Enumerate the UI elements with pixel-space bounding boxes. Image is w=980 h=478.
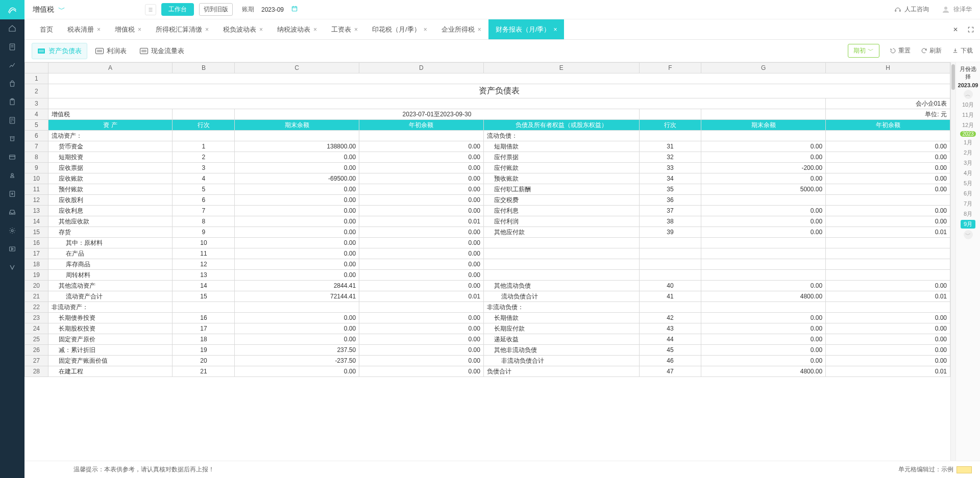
subtab-0[interactable]: 资产负债表 xyxy=(32,43,87,59)
cell[interactable]: 38 xyxy=(639,216,701,227)
download-button[interactable]: 下载 xyxy=(952,46,973,55)
close-icon[interactable]: × xyxy=(354,26,358,33)
tab-5[interactable]: 纳税波动表× xyxy=(270,19,324,39)
cell[interactable] xyxy=(701,131,826,141)
month-item[interactable]: 10月 xyxy=(961,100,975,109)
close-icon[interactable]: × xyxy=(553,26,557,33)
cell[interactable]: 14 xyxy=(173,281,235,291)
cell[interactable] xyxy=(639,109,701,120)
cell[interactable]: 流动负债： xyxy=(483,131,639,141)
cell[interactable] xyxy=(235,131,359,141)
cell[interactable]: 6 xyxy=(173,195,235,206)
cell[interactable]: 长期股权投资 xyxy=(48,323,173,334)
cell[interactable]: 37 xyxy=(639,206,701,216)
month-item[interactable]: 9月 xyxy=(961,220,975,229)
consult-link[interactable]: 人工咨询 xyxy=(894,5,929,14)
cell[interactable]: 0.00 xyxy=(359,270,484,281)
cell[interactable]: 0.00 xyxy=(235,313,359,323)
cell[interactable] xyxy=(639,270,701,281)
cell[interactable]: 0.00 xyxy=(701,281,826,291)
cell[interactable]: 4800.00 xyxy=(701,366,826,377)
cell[interactable]: 0.00 xyxy=(701,227,826,238)
cell[interactable]: 其他流动资产 xyxy=(48,281,173,291)
month-item[interactable]: 6月 xyxy=(963,189,973,198)
cell[interactable]: 46 xyxy=(639,356,701,366)
cell[interactable]: 2844.41 xyxy=(235,281,359,291)
cell[interactable]: 13 xyxy=(173,270,235,281)
cell[interactable]: 0.00 xyxy=(826,152,950,163)
cell[interactable]: 单位: 元 xyxy=(826,109,950,120)
cell[interactable]: 12 xyxy=(173,259,235,270)
cell[interactable]: 其他应收款 xyxy=(48,216,173,227)
cell[interactable]: 增值税 xyxy=(48,109,173,120)
cell[interactable] xyxy=(701,195,826,206)
cell[interactable]: 0.00 xyxy=(359,206,484,216)
close-icon[interactable]: × xyxy=(138,26,141,33)
qichu-button[interactable]: 期初 ﹀ xyxy=(848,44,879,58)
cell[interactable]: 0.00 xyxy=(235,238,359,248)
cell[interactable] xyxy=(483,248,639,259)
nav-home-icon[interactable] xyxy=(0,19,24,38)
cell[interactable]: 应交税费 xyxy=(483,195,639,206)
cell[interactable]: 0.00 xyxy=(359,356,484,366)
cell[interactable] xyxy=(173,302,235,313)
cell[interactable]: 行次 xyxy=(173,120,235,131)
month-item[interactable]: 1月 xyxy=(963,138,973,147)
refresh-button[interactable]: 刷新 xyxy=(921,46,942,55)
nav-video-icon[interactable] xyxy=(0,240,24,258)
cell[interactable]: -69500.00 xyxy=(235,173,359,184)
month-item[interactable]: 5月 xyxy=(963,179,973,188)
cell[interactable]: 0.00 xyxy=(359,345,484,356)
cell[interactable]: 0.00 xyxy=(826,141,950,152)
close-icon[interactable]: × xyxy=(478,26,481,33)
month-item[interactable]: 12月 xyxy=(961,121,975,130)
cell[interactable] xyxy=(639,302,701,313)
list-icon[interactable] xyxy=(145,4,156,15)
cell[interactable]: 0.00 xyxy=(701,356,826,366)
close-icon[interactable]: × xyxy=(424,26,427,33)
cell[interactable]: 其中：原材料 xyxy=(48,238,173,248)
cell[interactable]: 长期应付款 xyxy=(483,323,639,334)
cell[interactable]: 会小企01表 xyxy=(826,98,950,109)
cell[interactable]: 0.00 xyxy=(701,152,826,163)
cell[interactable]: 0.00 xyxy=(235,323,359,334)
cell[interactable]: 0.00 xyxy=(235,163,359,173)
close-all-icon[interactable]: ✕ xyxy=(950,24,961,35)
cell[interactable] xyxy=(701,248,826,259)
cell[interactable]: 4 xyxy=(173,173,235,184)
cell[interactable]: 0.00 xyxy=(826,323,950,334)
cell[interactable]: 0.00 xyxy=(826,163,950,173)
cell[interactable]: 0.00 xyxy=(359,281,484,291)
cell[interactable]: 应付利息 xyxy=(483,206,639,216)
cell[interactable]: 17 xyxy=(173,323,235,334)
cell[interactable]: 0.00 xyxy=(359,323,484,334)
cell[interactable]: 流动资产： xyxy=(48,131,173,141)
cell[interactable]: 0.00 xyxy=(359,259,484,270)
cell[interactable]: 其他流动负债 xyxy=(483,281,639,291)
close-icon[interactable]: × xyxy=(313,26,317,33)
cell[interactable]: 行次 xyxy=(639,120,701,131)
cell[interactable]: 0.00 xyxy=(701,334,826,345)
cell[interactable]: 0.00 xyxy=(826,184,950,195)
cell[interactable]: 31 xyxy=(639,141,701,152)
nav-export-icon[interactable] xyxy=(0,185,24,203)
cell[interactable]: 0.00 xyxy=(235,195,359,206)
cell[interactable]: 0.00 xyxy=(701,313,826,323)
cell[interactable]: 0.00 xyxy=(701,345,826,356)
cell[interactable]: 固定资产原价 xyxy=(48,334,173,345)
cell[interactable] xyxy=(826,270,950,281)
cell[interactable] xyxy=(826,238,950,248)
cell[interactable]: 42 xyxy=(639,313,701,323)
month-item[interactable]: 3月 xyxy=(963,159,973,167)
cell[interactable]: 0.00 xyxy=(826,313,950,323)
company-selector[interactable]: 增值税 ﹀ xyxy=(33,5,135,14)
cell[interactable]: 其他非流动负债 xyxy=(483,345,639,356)
cell[interactable]: 47 xyxy=(639,366,701,377)
cell[interactable] xyxy=(826,131,950,141)
cell[interactable]: 0.01 xyxy=(359,291,484,302)
tab-8[interactable]: 企业所得税× xyxy=(434,19,488,39)
cell[interactable]: 0.00 xyxy=(235,152,359,163)
cell[interactable]: 0.00 xyxy=(359,173,484,184)
spreadsheet[interactable]: ABCDEFGH12资产负债表3会小企01表4增值税2023-07-01至202… xyxy=(24,62,950,461)
cell[interactable]: 21 xyxy=(173,366,235,377)
